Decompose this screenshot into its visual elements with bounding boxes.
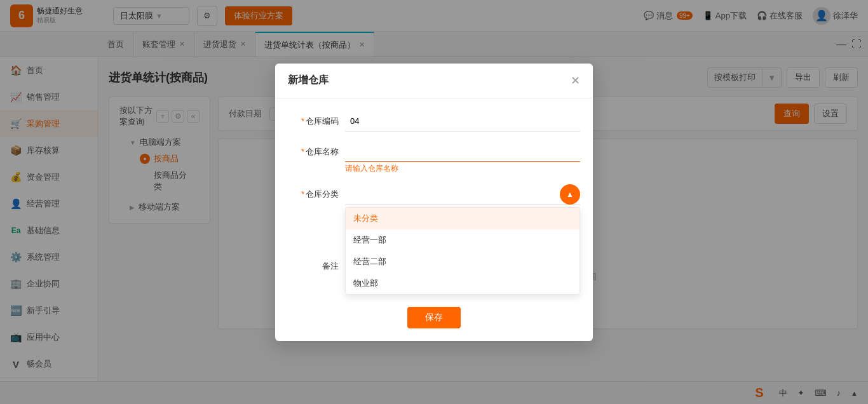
dropdown-item-ops1[interactable]: 经营一部	[346, 229, 580, 251]
dropdown-item-uncategorized[interactable]: 未分类	[346, 208, 580, 229]
notes-label: 备注	[288, 256, 339, 276]
dropdown-item-ops2[interactable]: 经营二部	[346, 251, 580, 273]
name-error-text: 请输入仓库名称	[345, 163, 580, 174]
name-field-wrapper: 请输入仓库名称	[345, 142, 580, 174]
dialog-close-button[interactable]: ✕	[571, 74, 580, 88]
category-input[interactable]	[345, 184, 560, 205]
category-input-row: ▲	[345, 184, 580, 205]
new-warehouse-dialog: 新增仓库 ✕ *仓库编码 *仓库名称 请输入仓库名称	[275, 64, 593, 341]
dialog-header: 新增仓库 ✕	[275, 64, 593, 98]
category-label: *仓库分类	[288, 184, 339, 205]
category-toggle-button[interactable]: ▲	[560, 184, 580, 205]
category-dropdown: 未分类 经营一部 经营二部 物业部	[345, 207, 580, 295]
dropdown-item-property[interactable]: 物业部	[346, 273, 580, 294]
dialog-title: 新增仓库	[288, 74, 329, 87]
category-wrapper: ▲ 未分类 经营一部 经营二部	[345, 184, 580, 205]
code-label: *仓库编码	[288, 111, 339, 131]
form-row-category: *仓库分类 ▲ 未分类 经营一部	[288, 184, 580, 205]
chevron-up-icon: ▲	[566, 190, 574, 199]
name-input[interactable]	[345, 142, 580, 162]
dialog-overlay: 新增仓库 ✕ *仓库编码 *仓库名称 请输入仓库名称	[0, 0, 868, 404]
form-row-name: *仓库名称 请输入仓库名称	[288, 142, 580, 174]
code-input[interactable]	[345, 111, 580, 131]
dialog-body: *仓库编码 *仓库名称 请输入仓库名称 *仓库分类	[275, 98, 593, 299]
name-label: *仓库名称	[288, 142, 339, 162]
form-row-code: *仓库编码	[288, 111, 580, 131]
save-button[interactable]: 保存	[407, 307, 461, 328]
dialog-footer: 保存	[275, 299, 593, 341]
